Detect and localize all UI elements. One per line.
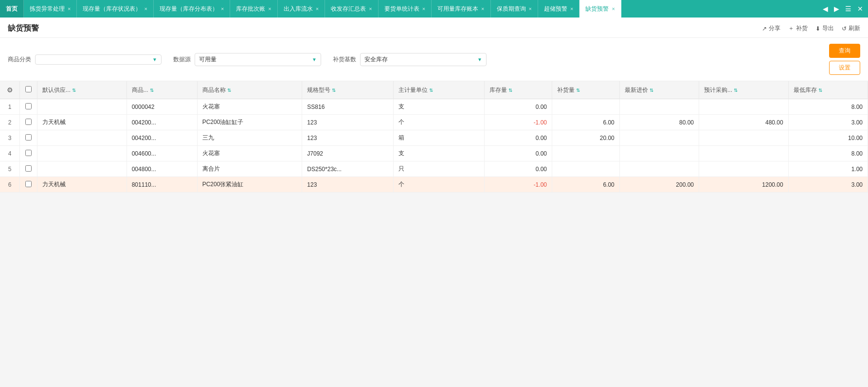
th-stock-qty: 库存量⇅ (485, 81, 552, 99)
cell-code-2: 004200... (127, 130, 197, 146)
tab-recv-summary[interactable]: 收发存汇总表× (325, 0, 378, 18)
th-estimated-purchase-label: 预计采购... (704, 86, 732, 94)
tab-menu-button[interactable]: ☰ (842, 0, 854, 18)
sort-icon-price[interactable]: ⇅ (650, 88, 653, 93)
refresh-action[interactable]: ↺ 刷新 (842, 24, 860, 33)
row-checkbox-1[interactable] (25, 119, 32, 125)
tab-expiry-query[interactable]: 保质期查询× (491, 0, 538, 18)
tab-stock-status[interactable]: 现存量（库存状况表）× (77, 0, 153, 18)
sort-icon-name[interactable]: ⇅ (227, 88, 231, 93)
cell-spec-3: J7092 (302, 146, 393, 161)
tab-shortage[interactable]: 缺货预警× (579, 0, 621, 18)
cell-estimated-0 (699, 99, 788, 115)
cell-estimated-2 (699, 130, 788, 146)
cell-code-5: 801110... (127, 177, 197, 193)
cell-unit-0: 支 (393, 99, 485, 115)
row-checkbox-2[interactable] (25, 134, 32, 141)
tab-close-avail-ledger[interactable]: × (481, 6, 484, 12)
tab-close-exception[interactable]: × (68, 6, 71, 12)
sort-icon-unit[interactable]: ⇅ (429, 88, 433, 93)
sort-icon-code[interactable]: ⇅ (150, 88, 154, 93)
query-button[interactable]: 查询 (829, 44, 860, 58)
row-checkbox-3[interactable] (25, 150, 32, 156)
tab-bar: 首页 拣货异常处理×现存量（库存状况表）×现存量（库存分布表）×库存批次账×出入… (0, 0, 868, 18)
cell-min-stock-4: 1.00 (788, 161, 868, 177)
replenish-base-select[interactable]: 安全库存 ▼ (360, 53, 487, 66)
cell-supplier-4 (37, 161, 127, 177)
tab-demand-stats[interactable]: 要货单统计表× (379, 0, 432, 18)
tab-exception[interactable]: 拣货异常处理× (24, 0, 77, 18)
sort-icon-spec[interactable]: ⇅ (332, 88, 336, 93)
gear-icon[interactable]: ⚙ (5, 85, 15, 95)
settings-button[interactable]: 设置 (829, 61, 860, 75)
page-header: 缺货预警 ↗ 分享 ＋ 补货 ⬇ 导出 ↺ 刷新 (0, 18, 868, 38)
tab-close-stock-dist[interactable]: × (221, 6, 224, 12)
refresh-label: 刷新 (849, 24, 860, 33)
refresh-icon: ↺ (842, 25, 847, 32)
th-checkbox (20, 81, 37, 99)
th-stock-qty-label: 库存量 (489, 86, 507, 94)
cell-latest-price-1: 80.00 (619, 115, 699, 130)
th-unit-label: 主计量单位 (398, 86, 428, 94)
tab-close-stock-status[interactable]: × (144, 6, 147, 12)
tab-avail-ledger[interactable]: 可用量库存账本× (432, 0, 490, 18)
tab-prev-button[interactable]: ◀ (820, 0, 831, 18)
tab-close-demand-stats[interactable]: × (422, 6, 425, 12)
cell-name-3: 火花塞 (197, 146, 302, 161)
tab-close-shortage[interactable]: × (612, 6, 615, 12)
table-row[interactable]: 1 0000042 火花塞 SS816 支 0.00 8.00 (0, 99, 868, 115)
tab-close-recv-summary[interactable]: × (369, 6, 372, 12)
datasource-filter-group: 数据源 可用量 ▼ (173, 53, 321, 66)
tab-close-inout-flow[interactable]: × (316, 6, 319, 12)
cell-index-4: 5 (0, 161, 20, 177)
sort-icon-purchase[interactable]: ⇅ (734, 88, 738, 93)
cell-supplier-2 (37, 130, 127, 146)
th-settings[interactable]: ⚙ (0, 81, 20, 99)
cell-supplier-3 (37, 146, 127, 161)
sort-icon-stock[interactable]: ⇅ (508, 88, 512, 93)
cell-stock-3: 0.00 (485, 146, 552, 161)
cell-checkbox-2[interactable] (20, 130, 37, 146)
tab-overstock[interactable]: 超储预警× (538, 0, 579, 18)
cell-checkbox-0[interactable] (20, 99, 37, 115)
tab-batch-ledger[interactable]: 库存批次账× (230, 0, 277, 18)
tab-next-button[interactable]: ▶ (831, 0, 842, 18)
cell-supplier-1: 力天机械 (37, 115, 127, 130)
row-checkbox-0[interactable] (25, 103, 32, 109)
th-spec-label: 规格型号 (307, 86, 330, 94)
replenish-base-filter-group: 补货基数 安全库存 ▼ (333, 53, 487, 66)
tab-inout-flow[interactable]: 出入库流水× (278, 0, 325, 18)
replenish-action[interactable]: ＋ 补货 (788, 24, 808, 33)
category-select[interactable]: ▼ (35, 54, 162, 65)
th-replenish-qty-label: 补货量 (557, 86, 575, 94)
table-row[interactable]: 5 004800... 离合片 DS250*23c... 只 0.00 1.00 (0, 161, 868, 177)
cell-code-3: 004600... (127, 146, 197, 161)
cell-checkbox-4[interactable] (20, 161, 37, 177)
select-all-checkbox[interactable] (25, 86, 32, 92)
table-row[interactable]: 4 004600... 火花塞 J7092 支 0.00 8.00 (0, 146, 868, 161)
export-action[interactable]: ⬇ 导出 (815, 24, 834, 33)
datasource-select[interactable]: 可用量 ▼ (195, 53, 321, 66)
th-spec: 规格型号⇅ (302, 81, 393, 99)
tab-close-overstock[interactable]: × (570, 6, 573, 12)
tab-close-button[interactable]: ✕ (854, 0, 866, 18)
table-row[interactable]: 3 004200... 三九 123 箱 0.00 20.00 10.00 (0, 130, 868, 146)
tab-close-batch-ledger[interactable]: × (268, 6, 271, 12)
row-checkbox-5[interactable] (25, 181, 32, 187)
table-row[interactable]: 2 力天机械 004200... PC200油缸缸子 123 个 -1.00 6… (0, 115, 868, 130)
table-header-row: ⚙ 默认供应...⇅ 商品...⇅ 商品名称⇅ 规格型号⇅ (0, 81, 868, 99)
table-row[interactable]: 6 力天机械 801110... PC200张紧油缸 123 个 -1.00 6… (0, 177, 868, 193)
share-action[interactable]: ↗ 分享 (762, 24, 780, 33)
cell-min-stock-0: 8.00 (788, 99, 868, 115)
cell-checkbox-1[interactable] (20, 115, 37, 130)
tab-close-expiry-query[interactable]: × (529, 6, 532, 12)
cell-min-stock-3: 8.00 (788, 146, 868, 161)
tab-home[interactable]: 首页 (0, 0, 24, 18)
cell-checkbox-3[interactable] (20, 146, 37, 161)
sort-icon-supplier[interactable]: ⇅ (72, 88, 76, 93)
row-checkbox-4[interactable] (25, 165, 32, 172)
cell-checkbox-5[interactable] (20, 177, 37, 193)
sort-icon-min-stock[interactable]: ⇅ (818, 88, 822, 93)
sort-icon-replenish[interactable]: ⇅ (576, 88, 580, 93)
tab-stock-dist[interactable]: 现存量（库存分布表）× (154, 0, 230, 18)
